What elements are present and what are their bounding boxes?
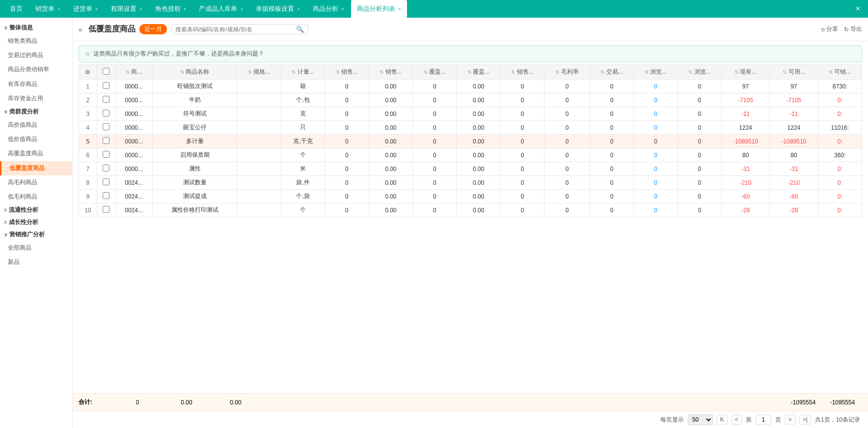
sidebar-item-全部商品[interactable]: 全部商品 xyxy=(0,241,72,255)
nav-tab-单据模板设置[interactable]: 单据模板设置× xyxy=(250,0,306,18)
sidebar-item-低毛利商品[interactable]: 低毛利商品 xyxy=(0,190,72,204)
row-checkbox[interactable] xyxy=(103,192,109,199)
period-button[interactable]: 近一月 xyxy=(139,24,167,34)
row-checkbox[interactable] xyxy=(103,82,109,89)
row-sellable: 0: xyxy=(818,190,862,203)
row-current-stock: -28 xyxy=(722,203,770,217)
row-trade: 0 xyxy=(590,203,633,217)
row-sales-qty: 0 xyxy=(325,203,369,217)
sidebar-item-低价值商品[interactable]: 低价值商品 xyxy=(0,132,72,146)
row-checkbox[interactable] xyxy=(103,206,109,213)
row-checkbox[interactable] xyxy=(97,203,115,217)
nav-tab-商品分析列表[interactable]: 商品分析列表× xyxy=(351,0,407,18)
row-unit: 个 xyxy=(281,148,325,162)
row-checkbox[interactable] xyxy=(103,137,109,144)
nav-tab-close-权限设置[interactable]: × xyxy=(139,6,142,12)
nav-tab-close-进货单[interactable]: × xyxy=(95,6,98,12)
nav-tab-close-角色授权[interactable]: × xyxy=(184,6,187,12)
row-current-stock: -210 xyxy=(722,176,770,190)
row-checkbox[interactable] xyxy=(103,165,109,171)
row-checkbox[interactable] xyxy=(97,80,115,93)
row-browse2: 0 xyxy=(678,148,721,162)
export-button[interactable]: ↻ 导出 xyxy=(844,25,862,33)
table-container[interactable]: ⚙⇅ 商...⇅ 商品名称⇅ 规格...⇅ 计量...⇅ 销售...⇅ 销售..… xyxy=(73,64,868,393)
nav-tab-close-单据模板设置[interactable]: × xyxy=(297,6,300,12)
row-checkbox[interactable] xyxy=(97,176,115,190)
row-spec xyxy=(237,93,281,107)
row-sales-amt: 0.00 xyxy=(369,148,412,162)
row-checkbox[interactable] xyxy=(103,123,109,130)
nav-tab-权限设置[interactable]: 权限设置× xyxy=(105,0,148,18)
row-checkbox[interactable] xyxy=(97,148,115,162)
sidebar-section-0[interactable]: ∨整体信息 xyxy=(0,22,72,34)
row-num: 6 xyxy=(79,148,97,162)
row-current-stock: 97 xyxy=(722,80,770,93)
sidebar-item-库存资金占用[interactable]: 库存资金占用 xyxy=(0,91,72,106)
row-checkbox[interactable] xyxy=(97,93,115,107)
select-all-checkbox[interactable] xyxy=(103,68,109,75)
row-browse2: 0 xyxy=(678,80,721,93)
share-icon: ⎋ xyxy=(821,26,825,33)
nav-tab-close-销货单[interactable]: × xyxy=(57,6,60,12)
col-header-settings[interactable]: ⚙ xyxy=(79,65,97,80)
sidebar-section-1[interactable]: ∨类群度分析 xyxy=(0,106,72,118)
row-unit: 克 xyxy=(281,107,325,121)
row-checkbox[interactable] xyxy=(97,135,115,148)
per-page-select[interactable]: 2050100200 xyxy=(688,414,713,425)
row-code: 0000... xyxy=(115,135,152,148)
search-input[interactable] xyxy=(175,26,294,33)
nav-tab-产成品入库单[interactable]: 产成品入库单× xyxy=(193,0,249,18)
sidebar-item-有库存商品[interactable]: 有库存商品 xyxy=(0,77,72,91)
row-name: 眼宝公仔 xyxy=(152,121,237,135)
row-gross-margin: 0 xyxy=(544,80,590,93)
sidebar-item-商品分类动销率[interactable]: 商品分类动销率 xyxy=(0,62,72,77)
row-checkbox[interactable] xyxy=(103,151,109,158)
nav-tab-close-产成品入库单[interactable]: × xyxy=(240,6,243,12)
row-checkbox[interactable] xyxy=(97,121,115,135)
sidebar-item-高覆盖度商品[interactable]: 高覆盖度商品 xyxy=(0,146,72,161)
sidebar-item-低覆盖度商品[interactable]: 低覆盖度商品 xyxy=(0,161,72,175)
row-available: -210 xyxy=(770,176,818,190)
sidebar-section-label-3: 成长性分析 xyxy=(9,218,38,227)
row-coverage2: 0.00 xyxy=(457,80,500,93)
row-sellable: 0: xyxy=(818,162,862,176)
nav-tab-close-商品分析列表[interactable]: × xyxy=(398,6,401,12)
row-checkbox[interactable] xyxy=(97,162,115,176)
row-checkbox[interactable] xyxy=(103,178,109,185)
sidebar-item-高价值商品[interactable]: 高价值商品 xyxy=(0,118,72,132)
row-trade: 0 xyxy=(590,176,633,190)
sidebar-item-销售类商品[interactable]: 销售类商品 xyxy=(0,34,72,48)
sidebar-item-交易过的商品[interactable]: 交易过的商品 xyxy=(0,48,72,62)
row-checkbox[interactable] xyxy=(103,110,109,116)
close-all-button[interactable]: × xyxy=(852,4,864,13)
next-page-button[interactable]: > xyxy=(785,415,795,425)
row-current-stock: -31 xyxy=(722,162,770,176)
row-code: 0024... xyxy=(115,203,152,217)
nav-tab-首页[interactable]: 首页 xyxy=(4,0,28,18)
col-header-trade: ⇅ 交易... xyxy=(590,65,633,80)
nav-tab-销货单[interactable]: 销货单× xyxy=(29,0,66,18)
sidebar-section-arrow-4: ∨ xyxy=(4,232,7,237)
current-page-input[interactable] xyxy=(756,415,771,425)
nav-tab-角色授权[interactable]: 角色授权× xyxy=(149,0,192,18)
nav-tab-商品分析[interactable]: 商品分析× xyxy=(307,0,350,18)
last-page-button[interactable]: >| xyxy=(799,415,811,425)
sidebar-section-4[interactable]: ∨营销推广分析 xyxy=(0,228,72,241)
sidebar-collapse-button[interactable]: « xyxy=(79,26,82,33)
nav-tab-进货单[interactable]: 进货单× xyxy=(67,0,104,18)
row-checkbox[interactable] xyxy=(97,107,115,121)
first-page-button[interactable]: K xyxy=(717,415,728,425)
sidebar-section-3[interactable]: >成长性分析 xyxy=(0,216,72,228)
sidebar-item-新品[interactable]: 新品 xyxy=(0,255,72,269)
nav-tab-close-商品分析[interactable]: × xyxy=(341,6,344,12)
row-available: 97 xyxy=(770,80,818,93)
row-available: 1224 xyxy=(770,121,818,135)
prev-page-button[interactable]: < xyxy=(732,415,742,425)
sort-icon-browse2: ⇅ xyxy=(688,69,692,75)
row-checkbox[interactable] xyxy=(103,96,109,103)
share-button[interactable]: ⎋ 分享 xyxy=(821,25,838,33)
row-sellable: 0: xyxy=(818,203,862,217)
sidebar-item-高毛利商品[interactable]: 高毛利商品 xyxy=(0,175,72,190)
row-checkbox[interactable] xyxy=(97,190,115,203)
sidebar-section-2[interactable]: >流通性分析 xyxy=(0,204,72,216)
